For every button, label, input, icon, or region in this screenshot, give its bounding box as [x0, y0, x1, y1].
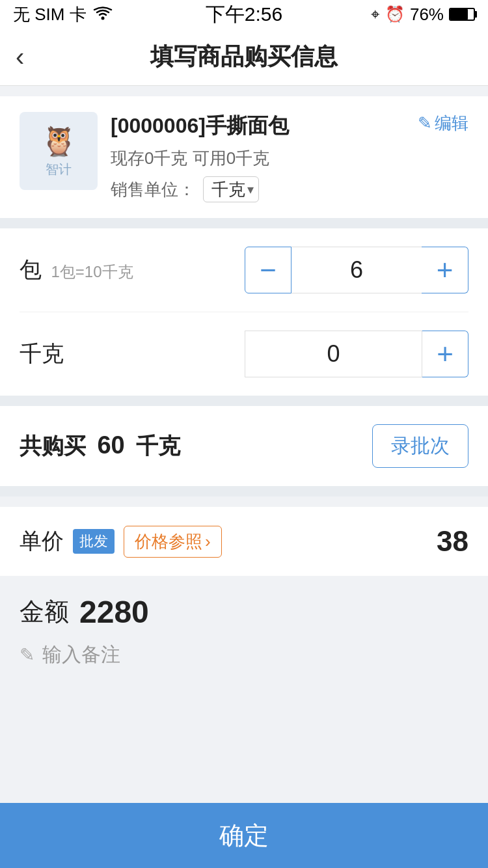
total-amount: 60 [97, 431, 124, 459]
price-label: 单价 [20, 526, 64, 556]
product-thumbnail: 🦉 智计 [20, 112, 98, 190]
quantity-input-section: 包 1包=10千克 − + 千克 + [0, 228, 488, 396]
unit-label: 销售单位： [111, 178, 195, 201]
product-unit-row: 销售单位： 千克 包 [111, 176, 468, 202]
price-ref-label: 价格参照 [135, 530, 202, 553]
kg-increment-button[interactable]: + [422, 331, 468, 377]
status-carrier: 无 SIM 卡 [13, 3, 113, 26]
edit-icon: ✎ [418, 113, 432, 133]
batch-button[interactable]: 录批次 [372, 424, 468, 468]
product-card: 🦉 智计 [0000006]手撕面包 ✎ 编辑 现存0千克 可用0千克 销售单位… [0, 96, 488, 218]
total-prefix: 共购买 [20, 433, 86, 458]
page-title: 填写商品购买信息 [150, 41, 338, 73]
status-bar: 无 SIM 卡 下午2:56 ⌖ ⏰ 76% [0, 0, 488, 29]
product-logo-icon: 🦉 [41, 124, 77, 158]
bag-increment-button[interactable]: + [422, 247, 468, 293]
price-value: 38 [437, 525, 468, 558]
bag-qty-input[interactable] [291, 247, 422, 293]
bag-quantity-row: 包 1包=10千克 − + [20, 228, 468, 312]
section-separator-3 [0, 486, 488, 496]
amount-value: 2280 [79, 594, 149, 630]
bag-label-group: 包 1包=10千克 [20, 255, 133, 285]
battery-percentage: 76% [410, 5, 444, 25]
bag-decrement-button[interactable]: − [245, 247, 291, 293]
note-row[interactable]: ✎ 输入备注 [20, 642, 468, 668]
kg-quantity-row: 千克 + [20, 312, 468, 396]
kg-qty-input[interactable] [245, 331, 422, 377]
product-stock: 现存0千克 可用0千克 [111, 147, 468, 170]
price-reference-button[interactable]: 价格参照 › [124, 526, 222, 558]
price-ref-icon: › [205, 532, 211, 552]
edit-label: 编辑 [435, 112, 468, 135]
section-separator-2 [0, 396, 488, 406]
status-right: ⌖ ⏰ 76% [371, 5, 475, 25]
bag-qty-control: − + [245, 247, 468, 293]
kg-label: 千克 [20, 341, 64, 366]
location-icon: ⌖ [371, 5, 380, 23]
confirm-bar[interactable]: 确定 [0, 803, 488, 868]
edit-button[interactable]: ✎ 编辑 [418, 112, 468, 135]
back-button[interactable]: ‹ [16, 42, 24, 72]
product-name-row: [0000006]手撕面包 ✎ 编辑 [111, 112, 468, 141]
amount-label: 金额 [20, 595, 69, 629]
svg-point-0 [101, 16, 104, 20]
kg-label-group: 千克 [20, 339, 64, 369]
product-full-name: [0000006]手撕面包 [111, 112, 289, 141]
price-section: 单价 批发 价格参照 › 38 [0, 507, 488, 576]
product-logo-text: 智计 [46, 161, 72, 178]
nav-bar: ‹ 填写商品购买信息 [0, 29, 488, 86]
total-unit: 千克 [136, 433, 180, 458]
unit-select[interactable]: 千克 包 [203, 176, 259, 202]
battery-icon [449, 8, 475, 21]
total-text: 共购买 60 千克 [20, 431, 180, 461]
note-placeholder: 输入备注 [42, 642, 120, 668]
amount-section: 金额 2280 ✎ 输入备注 [0, 576, 488, 675]
status-time: 下午2:56 [206, 1, 282, 28]
total-section: 共购买 60 千克 录批次 [0, 406, 488, 486]
price-label-row: 单价 批发 价格参照 › [20, 526, 222, 558]
price-type-tag: 批发 [73, 529, 115, 554]
amount-row: 金额 2280 [20, 594, 468, 630]
bag-sub-label: 1包=10千克 [51, 263, 133, 280]
note-icon: ✎ [20, 644, 34, 666]
product-info: [0000006]手撕面包 ✎ 编辑 现存0千克 可用0千克 销售单位： 千克 … [111, 112, 468, 202]
kg-qty-control: + [245, 331, 468, 377]
carrier-text: 无 SIM 卡 [13, 3, 87, 26]
confirm-button-label: 确定 [219, 819, 269, 852]
wifi-icon [93, 5, 113, 25]
section-separator-1 [0, 218, 488, 228]
alarm-icon: ⏰ [385, 5, 405, 23]
bag-label: 包 [20, 257, 42, 282]
unit-select-wrapper[interactable]: 千克 包 [203, 176, 259, 202]
